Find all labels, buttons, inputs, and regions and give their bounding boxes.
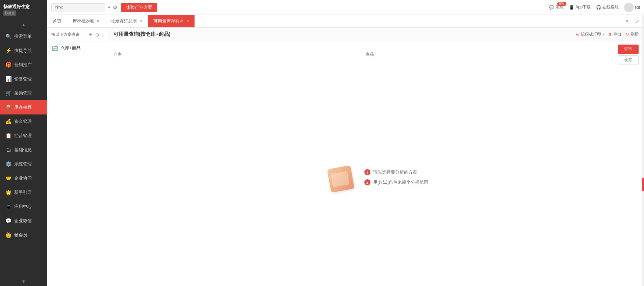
message-icon: 💬: [549, 5, 554, 10]
sidebar-item-sales[interactable]: 📊 销售管理: [0, 72, 47, 86]
sidebar-item-member[interactable]: 👑 畅会员: [0, 228, 47, 242]
brand-version: 标准版: [3, 10, 16, 16]
empty-box-face: [331, 171, 350, 187]
sidebar-item-inventory[interactable]: 📦 库存核算: [0, 100, 47, 114]
user-profile[interactable]: Rit: [624, 3, 640, 12]
sidebar-item-operation[interactable]: 📋 经营管理: [0, 129, 47, 143]
sidebar-item-quick-nav[interactable]: ⚡ 快捷导航: [0, 44, 47, 58]
sidebar-item-label: 基础信息: [14, 147, 32, 153]
warehouse-filter-input[interactable]: [124, 51, 218, 58]
empty-state: 1 请先选择要分析的方案 2 用[过滤]条件来缩小分析范围: [108, 68, 644, 286]
sidebar-item-label: 经营管理: [14, 133, 32, 139]
guide-icon: 🌟: [5, 189, 11, 196]
scheme-warehouse-goods[interactable]: 🔄 仓库+商品: [47, 42, 108, 55]
sidebar-item-system[interactable]: ⚙️ 系统管理: [0, 157, 47, 171]
search-input[interactable]: [51, 3, 105, 11]
warehouse-filter-more[interactable]: ···: [220, 52, 224, 57]
left-panel-header: 按以下方案查询 ＋ ⊙ «: [47, 28, 108, 42]
refresh-button[interactable]: ↻ 刷新: [625, 31, 639, 37]
quick-nav-icon: ⚡: [5, 48, 11, 54]
refresh-label: 刷新: [630, 31, 639, 37]
inventory-icon: 📦: [5, 104, 11, 110]
sidebar-item-apps[interactable]: 📱 应用中心: [0, 200, 47, 214]
finance-icon: 💰: [5, 119, 11, 125]
right-content: 可用量查询(按仓库+商品) 🖨 按模板打印 ▾ ⬆ 导出 ↻ 刷新: [108, 28, 644, 286]
sidebar-item-guide[interactable]: 🌟 新手引导: [0, 185, 47, 200]
tab-receipt-summary[interactable]: 收发存汇总表 ✕: [105, 15, 148, 28]
trial-industry-button[interactable]: 体验行业方案: [121, 3, 157, 12]
sidebar-item-basic[interactable]: 🗂 基础信息: [0, 143, 47, 157]
avatar: [624, 3, 634, 12]
warehouse-filter-group: 仓库 ···: [113, 51, 362, 58]
tab-batch-ledger[interactable]: 库存批次账 ✕: [67, 15, 105, 28]
basic-icon: 🗂: [5, 147, 11, 153]
tab-available-ledger[interactable]: 可用量库存账本 ✕: [148, 15, 195, 28]
tab-batch-ledger-close[interactable]: ✕: [97, 19, 100, 23]
search-icon: 🔍: [5, 33, 11, 40]
sidebar-item-label: 企业协同: [14, 175, 32, 181]
print-icon: 🖨: [575, 32, 579, 37]
goods-filter-input[interactable]: [376, 51, 470, 58]
operation-icon: 📋: [5, 133, 11, 139]
empty-illustration: [324, 160, 358, 194]
add-scheme-button[interactable]: ＋: [88, 31, 93, 38]
tab-close-button[interactable]: ✕: [623, 17, 631, 25]
print-template-label: 按模板打印: [581, 31, 601, 37]
tab-maximize-button[interactable]: ⤢: [633, 17, 641, 25]
content-area: 按以下方案查询 ＋ ⊙ « 🔄 仓库+商品 可用量查询(按仓库+商品): [47, 28, 644, 286]
collapse-panel-icon[interactable]: «: [101, 32, 104, 37]
sidebar-item-label: 企业微信: [14, 218, 32, 224]
right-scrollbar[interactable]: [642, 15, 644, 286]
empty-hint-2-text: 用[过滤]条件来缩小分析范围: [373, 179, 428, 185]
scheme-settings-icon[interactable]: ⊙: [95, 32, 99, 37]
scheme-icon: 🔄: [52, 46, 58, 51]
empty-hint-2-num: 2: [364, 179, 370, 185]
system-icon: ⚙️: [5, 161, 11, 167]
online-service-button[interactable]: 🎧 在线客服: [596, 4, 619, 10]
app-download-button[interactable]: 📱 App下载: [569, 4, 591, 10]
sidebar-item-label: 应用中心: [14, 204, 32, 210]
tab-receipt-summary-close[interactable]: ✕: [139, 19, 142, 23]
apps-icon: 📱: [5, 204, 11, 210]
message-button[interactable]: 💬 消息 99+: [549, 4, 564, 10]
empty-hint-1-num: 1: [364, 169, 370, 175]
message-badge: 99+: [557, 2, 566, 6]
sidebar-item-marketing[interactable]: 🎁 营销推广: [0, 58, 47, 72]
settings-icon[interactable]: ⚙: [113, 4, 117, 10]
export-button[interactable]: ⬆ 导出: [608, 31, 621, 37]
sidebar-scroll-up[interactable]: ▲: [0, 20, 47, 29]
query-button[interactable]: 查询: [618, 45, 639, 54]
scheme-label: 仓库+商品: [60, 45, 81, 51]
online-service-icon: 🎧: [596, 5, 601, 10]
topbar: ▾ ⚙ 体验行业方案 💬 消息 99+ 📱 App下载 🎧 在线客服 Rit: [47, 0, 644, 15]
goods-filter-more[interactable]: ···: [472, 52, 476, 57]
brand-name: 畅康通好生意: [3, 4, 44, 10]
sidebar-item-purchase[interactable]: 🛒 采购管理: [0, 86, 47, 100]
print-dropdown-icon[interactable]: ▾: [602, 32, 604, 36]
tab-available-ledger-close[interactable]: ✕: [186, 19, 189, 23]
sidebar: 畅康通好生意 标准版 ▲ 🔍 搜索菜单 ⚡ 快捷导航 🎁 营销推广 📊 销售管理…: [0, 0, 47, 286]
refresh-icon: ↻: [625, 32, 629, 37]
tab-receipt-summary-label: 收发存汇总表: [111, 18, 137, 24]
online-service-label: 在线客服: [602, 4, 619, 10]
sidebar-item-finance[interactable]: 💰 资金管理: [0, 114, 47, 129]
goods-filter-label: 商品: [366, 52, 374, 57]
empty-hint-1-text: 请先选择要分析的方案: [373, 169, 417, 175]
search-dropdown-icon[interactable]: ▾: [108, 5, 110, 10]
sidebar-item-label: 系统管理: [14, 161, 32, 167]
marketing-icon: 🎁: [5, 62, 11, 68]
sidebar-item-wechat[interactable]: 💬 企业微信: [0, 214, 47, 228]
sidebar-item-search[interactable]: 🔍 搜索菜单: [0, 29, 47, 44]
sidebar-scroll-down[interactable]: ▼: [0, 277, 47, 286]
sidebar-item-label: 新手引导: [14, 189, 32, 196]
filter-bar: 仓库 ··· 商品 ··· 查询 设置: [108, 41, 644, 68]
app-download-label: App下载: [575, 4, 591, 10]
tab-home[interactable]: 首页: [47, 15, 67, 28]
filter-actions: 查询 设置: [618, 45, 639, 64]
sidebar-item-cooperation[interactable]: 🤝 企业协同: [0, 171, 47, 185]
filter-settings-button[interactable]: 设置: [618, 55, 639, 64]
username: Rit: [635, 5, 640, 10]
tab-batch-ledger-label: 库存批次账: [73, 18, 95, 24]
print-template-button[interactable]: 🖨 按模板打印 ▾: [575, 31, 604, 37]
warehouse-filter-label: 仓库: [113, 52, 122, 57]
